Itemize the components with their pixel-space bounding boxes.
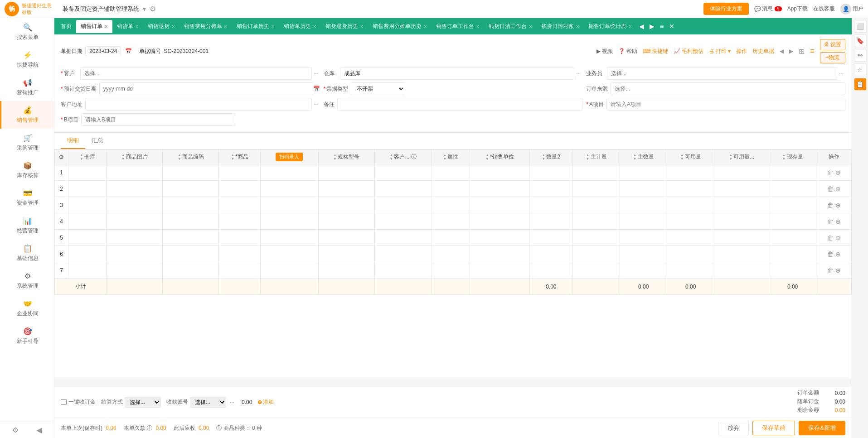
invoice-type-select[interactable]: 不开票 xyxy=(351,82,405,95)
sidebar-item-search[interactable]: 🔍 搜索菜单 xyxy=(0,18,54,46)
customer-input[interactable] xyxy=(80,67,312,80)
shortcut-btn[interactable]: ⌨ 快捷键 xyxy=(643,48,668,55)
remark-input[interactable] xyxy=(337,98,583,111)
sidebar-item-system[interactable]: ⚙ 系统管理 xyxy=(0,267,54,294)
row-4-delete-btn[interactable]: 🗑 xyxy=(827,218,834,225)
customer-dots-btn[interactable]: ··· xyxy=(312,70,320,77)
row-1-delete-btn[interactable]: 🗑 xyxy=(827,169,834,176)
history-prev-icon[interactable]: ◀ xyxy=(780,48,784,54)
sidebar-item-quick-nav[interactable]: ⚡ 快捷导航 xyxy=(0,46,54,73)
abandon-button[interactable]: 放弃 xyxy=(718,421,749,435)
right-panel-btn-5[interactable]: 📋 xyxy=(854,78,867,91)
th-settings[interactable]: ⚙ xyxy=(55,150,68,164)
settings-side-button[interactable]: ⚙ 设置 xyxy=(820,39,845,50)
date-value[interactable]: 2023-03-24 xyxy=(85,46,121,56)
staff-dots-btn[interactable]: ··· xyxy=(837,70,845,77)
row-2-attr[interactable] xyxy=(432,181,470,197)
delivery-date-input[interactable] xyxy=(99,82,313,95)
row-1-warehouse[interactable] xyxy=(68,164,107,181)
tab-expense-history[interactable]: 销售费用分摊单历史 ✕ xyxy=(368,20,432,33)
detail-tab-items[interactable]: 明细 xyxy=(61,133,85,149)
tab-close-daily-workbench[interactable]: ✕ xyxy=(529,24,532,29)
one-click-deposit-checkbox[interactable]: 一键收订金 xyxy=(61,398,96,406)
date-calendar-icon[interactable]: 📅 xyxy=(125,48,132,54)
right-panel-btn-2[interactable]: 🔖 xyxy=(854,34,867,47)
tab-daily-reconcile[interactable]: 钱货日清对账 ✕ xyxy=(537,20,584,33)
layout-list-icon[interactable]: ≡ xyxy=(810,47,814,55)
row-1-attr[interactable] xyxy=(432,164,470,181)
tab-close-all-button[interactable]: ✕ xyxy=(666,21,677,32)
tab-home[interactable]: 首页 xyxy=(56,20,76,33)
sidebar-collapse-icon[interactable]: ◀ xyxy=(36,426,42,434)
save-new-button[interactable]: 保存&新增 xyxy=(799,421,845,435)
video-btn[interactable]: ▶ 视频 xyxy=(596,48,613,55)
tab-sales-return[interactable]: 销货退货 ✕ xyxy=(143,20,179,33)
row-5-copy-btn[interactable]: ⊕ xyxy=(835,234,841,241)
detail-tab-summary[interactable]: 汇总 xyxy=(85,133,110,149)
scan-button[interactable]: 扫码录入 xyxy=(276,153,303,161)
tab-sales-expense[interactable]: 销售费用分摊单 ✕ xyxy=(179,20,232,33)
tab-close-return-history[interactable]: ✕ xyxy=(360,24,364,29)
history-btn[interactable]: 历史单据 xyxy=(752,48,774,55)
profit-btn[interactable]: 📈 毛利预估 xyxy=(674,48,703,55)
row-2-copy-btn[interactable]: ⊕ xyxy=(835,185,841,193)
project-b-input[interactable] xyxy=(81,113,235,126)
row-1-cust-code[interactable] xyxy=(374,164,432,181)
staff-input[interactable] xyxy=(607,67,837,80)
system-dropdown-icon[interactable]: ▾ xyxy=(143,5,146,13)
row-1-copy-btn[interactable]: ⊕ xyxy=(835,169,841,176)
right-panel-btn-1[interactable]: ⬜ xyxy=(854,20,867,33)
row-1-unit[interactable] xyxy=(470,164,529,181)
row-1-spec[interactable] xyxy=(318,164,374,181)
sidebar-item-sales[interactable]: 💰 销售管理 xyxy=(0,101,54,129)
row-2-delete-btn[interactable]: 🗑 xyxy=(827,185,834,193)
order-source-input[interactable] xyxy=(611,82,845,95)
row-2-warehouse[interactable] xyxy=(68,181,107,197)
sidebar-item-inventory[interactable]: 📦 库存核算 xyxy=(0,156,54,184)
sidebar-item-collab[interactable]: 🤝 企业协同 xyxy=(0,294,54,322)
row-5-delete-btn[interactable]: 🗑 xyxy=(827,234,834,241)
sidebar-settings-icon[interactable]: ⚙ xyxy=(12,426,19,434)
bank-account-select[interactable]: 选择... xyxy=(190,397,226,408)
tab-close-sales-return[interactable]: ✕ xyxy=(171,24,175,29)
industry-solution-button[interactable]: 体验行业方案 xyxy=(703,3,749,15)
tab-order-workbench[interactable]: 销售订单工作台 ✕ xyxy=(432,20,484,33)
row-1-main-measure[interactable] xyxy=(573,164,620,181)
tab-order-stats[interactable]: 销售订单统计表 ✕ xyxy=(584,20,636,33)
warehouse-dots-btn[interactable]: ··· xyxy=(574,70,582,77)
delivery-calendar-icon[interactable]: 📅 xyxy=(313,86,320,92)
tab-close-slip-history[interactable]: ✕ xyxy=(313,24,316,29)
bank-dots-btn[interactable]: ··· xyxy=(228,399,236,405)
addr-dots-btn[interactable]: ··· xyxy=(312,101,320,107)
tab-close-daily-reconcile[interactable]: ✕ xyxy=(576,24,579,29)
row-1-qty2[interactable] xyxy=(529,164,572,181)
row-2-spec[interactable] xyxy=(318,181,374,197)
history-next-icon[interactable]: ▶ xyxy=(789,48,793,54)
row-2-product[interactable] xyxy=(219,181,261,197)
project-a-input[interactable] xyxy=(606,98,845,111)
tab-next-button[interactable]: ▶ xyxy=(647,21,657,32)
row-2-cust-code[interactable] xyxy=(374,181,432,197)
tab-sales-slip[interactable]: 销货单 ✕ xyxy=(112,20,143,33)
tab-close-sales-order[interactable]: ✕ xyxy=(104,24,108,29)
row-7-copy-btn[interactable]: ⊕ xyxy=(835,267,841,274)
row-2-qty2[interactable] xyxy=(529,181,572,197)
sidebar-item-marketing[interactable]: 📢 营销推广 xyxy=(0,73,54,101)
sidebar-item-operations[interactable]: 📊 经营管理 xyxy=(0,212,54,239)
help-btn[interactable]: ❓ 帮助 xyxy=(618,48,637,55)
payment-method-select[interactable]: 选择... xyxy=(125,397,161,408)
row-2-main-measure[interactable] xyxy=(573,181,620,197)
tab-slip-history[interactable]: 销货单历史 ✕ xyxy=(279,20,321,33)
horizontal-scrollbar[interactable] xyxy=(54,380,852,386)
row-2-code[interactable] xyxy=(163,181,219,197)
tab-sales-order[interactable]: 销售订单 ✕ xyxy=(76,20,112,33)
sidebar-item-basic-info[interactable]: 📋 基础信息 xyxy=(0,239,54,267)
row-2-unit[interactable] xyxy=(470,181,529,197)
tab-order-history[interactable]: 销售订单历史 ✕ xyxy=(232,20,279,33)
tab-close-expense-history[interactable]: ✕ xyxy=(423,24,427,29)
logistics-side-button[interactable]: +物流 xyxy=(820,52,845,63)
right-panel-btn-4[interactable]: ☆ xyxy=(854,63,867,76)
row-1-product[interactable] xyxy=(219,164,261,181)
row-7-delete-btn[interactable]: 🗑 xyxy=(827,267,834,274)
tab-close-sales-expense[interactable]: ✕ xyxy=(224,24,228,29)
